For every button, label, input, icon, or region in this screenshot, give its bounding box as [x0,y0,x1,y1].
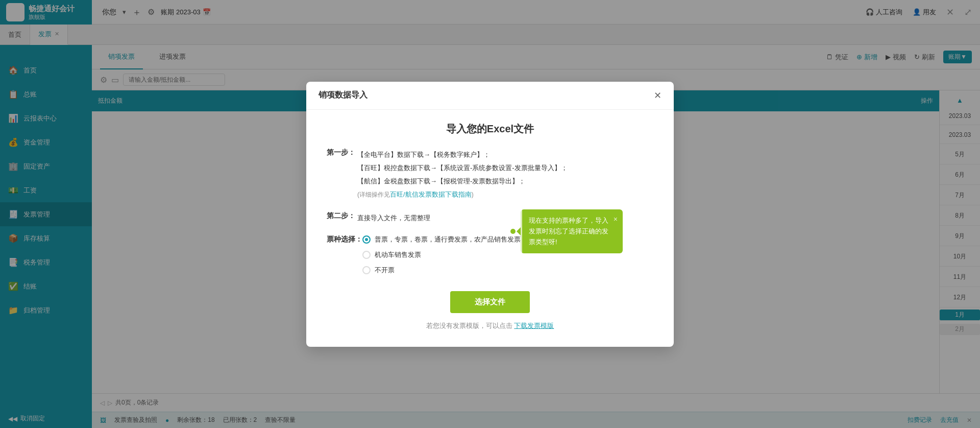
step1-desc: 【全电平台】数据下载→【税务数字账户】； 【百旺】税控盘数据下载→【系统设置-系… [357,148,568,201]
radio-2[interactable] [362,266,371,274]
step1-row: 第一步： 【全电平台】数据下载→【税务数字账户】； 【百旺】税控盘数据下载→【系… [327,148,653,201]
step1-line1: 【全电平台】数据下载→【税务数字账户】； [357,148,568,161]
tooltip-bar [521,209,522,253]
modal-overlay: 销项数据导入 ✕ 导入您的Excel文件 第一步： 【全电平台】数据下载→【税务… [0,0,980,428]
radio-1[interactable] [362,251,371,259]
radio-0[interactable] [362,235,371,244]
select-file-button[interactable]: 选择文件 [450,291,530,313]
radio-row-1: 机动车销售发票 [362,250,521,259]
step1-line3: 【航信】金税盘数据下载→【报税管理-发票数据导出】； [357,175,568,188]
modal-title: 销项数据导入 [318,90,368,101]
step1-guide-link[interactable]: 百旺/航信发票数据下载指南 [390,191,472,198]
download-template-link[interactable]: 下载发票模版 [514,322,554,329]
modal-header: 销项数据导入 ✕ [306,82,674,110]
radio-label-0: 普票，专票，卷票，通行费发票，农产品销售发票 [375,235,521,244]
tooltip-close-button[interactable]: × [614,213,618,225]
radio-label-1: 机动车销售发票 [375,250,421,259]
radio-row-2: 不开票 [362,266,521,275]
step1-label: 第一步： [327,148,357,157]
step1-line2: 【百旺】税控盘数据下载→【系统设置-系统参数设置-发票批量导入】； [357,161,568,175]
modal-main-title: 导入您的Excel文件 [327,122,653,136]
tooltip-box: × 现在支持的票种多了，导入发票时别忘了选择正确的发票类型呀! [521,209,623,253]
step2-desc: 直接导入文件，无需整理 [357,211,430,225]
ticket-label: 票种选择： [327,235,362,244]
modal-close-button[interactable]: ✕ [654,90,662,101]
step2-label: 第二步： [327,211,357,221]
step1-link: (详细操作见百旺/航信发票数据下载指南) [357,188,568,201]
tooltip-dot [510,229,516,234]
download-hint: 若您没有发票模版，可以点击 下载发票模版 [327,321,653,330]
tooltip-text: 现在支持的票种多了，导入发票时别忘了选择正确的发票类型呀! [529,217,608,246]
radio-row-0: 普票，专票，卷票，通行费发票，农产品销售发票 [362,235,521,244]
radio-label-2: 不开票 [375,266,395,275]
ticket-options: 普票，专票，卷票，通行费发票，农产品销售发票 机动车销售发票 不开票 [362,235,521,281]
step1: 第一步： 【全电平台】数据下载→【税务数字账户】； 【百旺】税控盘数据下载→【系… [327,148,653,201]
